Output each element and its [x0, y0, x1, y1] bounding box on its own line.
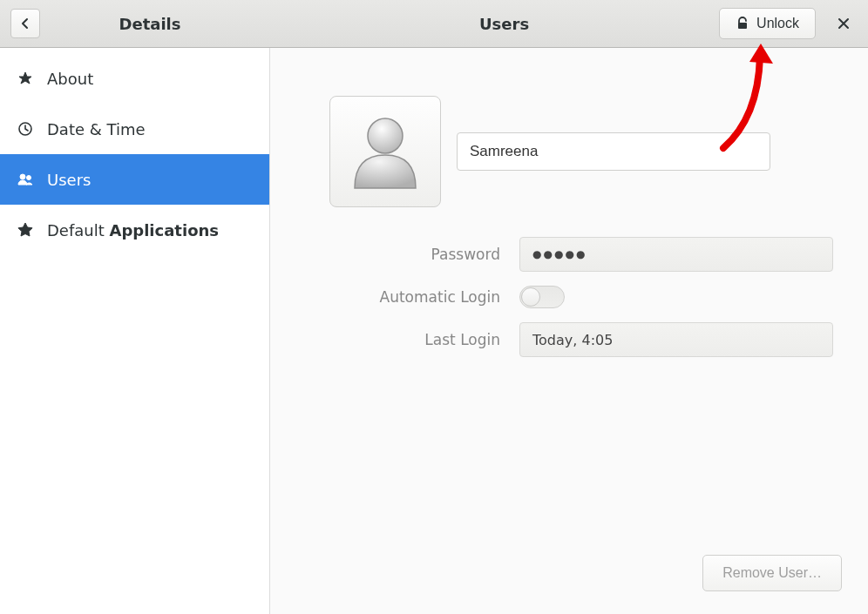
users-title: Users — [289, 15, 719, 33]
password-label: Password — [329, 246, 519, 263]
sidebar-item-label: Default Applications — [47, 221, 219, 240]
avatar-button[interactable] — [329, 96, 441, 207]
close-button[interactable] — [828, 8, 859, 39]
lastlogin-row: Last Login Today, 4:05 — [329, 322, 833, 357]
svg-point-4 — [368, 118, 403, 153]
unlock-icon — [736, 17, 749, 30]
sidebar-item-label: Users — [47, 171, 91, 189]
sidebar: About Date & Time Users Default Applicat… — [0, 48, 270, 614]
titlebar-right: Users Unlock — [289, 0, 868, 47]
sidebar-item-users[interactable]: Users — [0, 154, 269, 205]
about-icon — [17, 71, 33, 86]
password-row: Password ●●●●● — [329, 237, 833, 272]
users-icon — [17, 172, 33, 187]
user-name-input[interactable] — [457, 132, 770, 171]
lastlogin-label: Last Login — [329, 331, 519, 348]
details-title: Details — [40, 15, 289, 33]
sidebar-item-datetime[interactable]: Date & Time — [0, 104, 269, 154]
chevron-left-icon — [19, 17, 31, 30]
sidebar-item-about[interactable]: About — [0, 53, 269, 104]
user-avatar-icon — [342, 108, 429, 195]
clock-icon — [17, 121, 33, 137]
lastlogin-field[interactable]: Today, 4:05 — [519, 322, 833, 357]
titlebar-left: Details — [0, 0, 289, 47]
sidebar-item-label: Date & Time — [47, 120, 146, 138]
autologin-row: Automatic Login — [329, 286, 833, 308]
unlock-label: Unlock — [756, 16, 799, 31]
toggle-knob — [521, 287, 540, 307]
unlock-button[interactable]: Unlock — [719, 8, 816, 39]
remove-user-button[interactable]: Remove User… — [702, 555, 842, 591]
password-masked: ●●●●● — [532, 248, 587, 260]
svg-point-3 — [27, 176, 31, 180]
password-field[interactable]: ●●●●● — [519, 237, 833, 272]
autologin-label: Automatic Login — [329, 288, 519, 306]
content-pane: Password ●●●●● Automatic Login Last Logi… — [270, 48, 868, 614]
lastlogin-value: Today, 4:05 — [532, 332, 613, 348]
titlebar: Details Users Unlock — [0, 0, 868, 48]
star-icon — [17, 222, 33, 238]
svg-rect-0 — [738, 23, 747, 29]
close-icon — [837, 17, 850, 30]
autologin-toggle[interactable] — [519, 286, 565, 308]
user-header — [329, 96, 833, 207]
back-button[interactable] — [10, 9, 40, 38]
svg-point-2 — [20, 174, 25, 179]
sidebar-item-defaultapps[interactable]: Default Applications — [0, 205, 269, 255]
sidebar-item-label: About — [47, 70, 93, 88]
